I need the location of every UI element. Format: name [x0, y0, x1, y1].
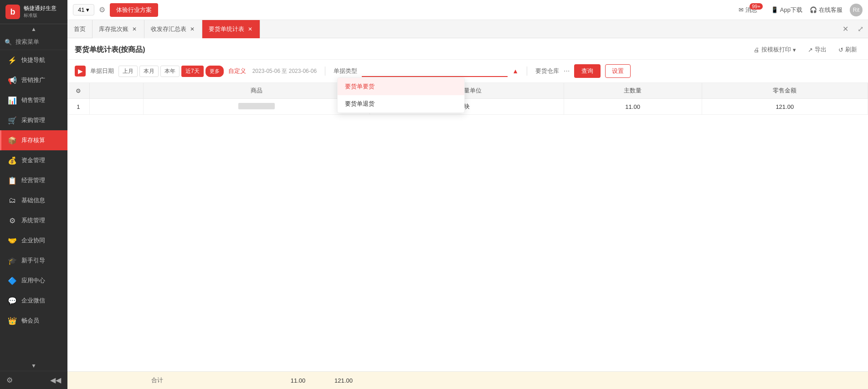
sidebar-item-label: 营销推广 [21, 76, 45, 84]
tab-order-stats[interactable]: 要货单统计表 ✕ [202, 20, 260, 38]
sidebar-search[interactable]: 🔍 搜索菜单 [0, 34, 67, 50]
system-icon: ⚙ [8, 216, 17, 225]
collapse-icon[interactable]: ◀◀ [50, 376, 61, 384]
date-btn-this-month[interactable]: 本月 [139, 66, 159, 77]
tab-shipment-summary-close[interactable]: ✕ [189, 26, 195, 32]
trial-button[interactable]: 体验行业方案 [110, 3, 158, 17]
filter-more-icon[interactable]: ··· [564, 67, 570, 75]
col-header-index [89, 83, 143, 99]
content-area: 要货单统计表(按商品) 🖨 按模板打印 ▾ ↗ 导出 ↺ 刷新 ▶ [67, 38, 868, 389]
type-filter-arrow-icon[interactable]: ▲ [512, 67, 519, 75]
col-header-goods: 商品 [143, 83, 370, 99]
avatar[interactable]: Rit [850, 4, 863, 16]
dropdown-option-order-return[interactable]: 要货单退货 [338, 95, 464, 113]
print-icon: 🖨 [754, 46, 760, 53]
online-service-btn[interactable]: 🎧 在线客服 [810, 6, 842, 14]
guide-icon: 🎓 [8, 256, 17, 265]
sidebar-item-label: 企业微信 [21, 297, 45, 305]
export-icon: ↗ [808, 46, 813, 53]
sidebar-item-inventory[interactable]: 📦 库存核算 [0, 130, 67, 150]
date-custom-btn[interactable]: 自定义 [228, 67, 246, 75]
sales-icon: 📊 [8, 96, 17, 105]
main-area: 41 ▾ ⚙ 体验行业方案 ✉ 消息 99+ 📱 App下载 🎧 在线客服 Ri… [67, 0, 868, 389]
sidebar-item-purchase[interactable]: 🛒 采购管理 [0, 110, 67, 130]
purchase-icon: 🛒 [8, 116, 17, 125]
sidebar-item-label: 系统管理 [21, 216, 45, 225]
sidebar-nav: ⚡ 快捷导航 📢 营销推广 📊 销售管理 🛒 采购管理 📦 库存核算 💰 资金管… [0, 50, 67, 361]
table-footer: 合计 11.00 121.00 [67, 371, 868, 389]
sidebar-scroll-down[interactable]: ▼ [0, 361, 67, 371]
refresh-btn[interactable]: ↺ 刷新 [835, 44, 861, 56]
sidebar-item-system[interactable]: ⚙ 系统管理 [0, 210, 67, 230]
tab-close-all-btn[interactable]: ✕ [838, 20, 853, 38]
filter-toggle-btn[interactable]: ▶ [75, 66, 86, 77]
topbar-settings-icon[interactable]: ⚙ [99, 5, 105, 14]
messages-btn[interactable]: ✉ 消息 99+ [739, 6, 757, 14]
sidebar-item-basic[interactable]: 🗂 基础信息 [0, 190, 67, 210]
topbar: 41 ▾ ⚙ 体验行业方案 ✉ 消息 99+ 📱 App下载 🎧 在线客服 Ri… [67, 0, 868, 20]
settings-button[interactable]: 设置 [605, 64, 631, 78]
sidebar-bottom: ⚙ ◀◀ [0, 371, 67, 389]
export-btn[interactable]: ↗ 导出 [804, 44, 830, 56]
sidebar: b 畅捷通好生意 标准版 ▲ 🔍 搜索菜单 ⚡ 快捷导航 📢 营销推广 📊 销售… [0, 0, 67, 389]
tab-inventory-batch-close[interactable]: ✕ [131, 26, 138, 32]
settings-icon[interactable]: ⚙ [6, 376, 13, 384]
tab-order-stats-close[interactable]: ✕ [247, 26, 253, 32]
sidebar-item-appstore[interactable]: 🔷 应用中心 [0, 271, 67, 291]
filter-bar: ▶ 单据日期 上月 本月 本年 近7天 更多 自定义 2023-05-06 至 … [67, 60, 868, 83]
warehouse-filter-label: 要货仓库 [535, 67, 559, 75]
export-label: 导出 [815, 46, 827, 54]
sidebar-item-finance[interactable]: 💰 资金管理 [0, 150, 67, 170]
type-filter-input[interactable] [362, 66, 508, 77]
date-btn-last-month[interactable]: 上月 [118, 66, 138, 77]
column-settings-icon[interactable]: ⚙ [76, 87, 81, 94]
print-arrow-icon: ▾ [793, 46, 796, 53]
inventory-icon: 📦 [8, 136, 17, 145]
sidebar-item-label: 销售管理 [21, 96, 45, 104]
sidebar-item-label: 资金管理 [21, 156, 45, 164]
search-icon: 🔍 [5, 39, 12, 46]
topbar-left: 41 ▾ ⚙ 体验行业方案 [73, 3, 158, 17]
refresh-icon: ↺ [838, 46, 843, 53]
company-dropdown[interactable]: 41 ▾ [73, 4, 94, 15]
shortcut-icon: ⚡ [8, 56, 17, 65]
tab-inventory-batch[interactable]: 库存批次账 ✕ [92, 20, 144, 38]
sidebar-item-shortcut[interactable]: ⚡ 快捷导航 [0, 50, 67, 70]
tab-shipment-summary[interactable]: 收发存汇总表 ✕ [144, 20, 202, 38]
app-logo-icon: b [5, 5, 20, 19]
sidebar-item-operation[interactable]: 📋 经营管理 [0, 170, 67, 190]
date-btn-7days[interactable]: 近7天 [181, 66, 204, 77]
sidebar-search-label: 搜索菜单 [15, 38, 39, 46]
sidebar-item-cooperation[interactable]: 🤝 企业协同 [0, 230, 67, 251]
cell-quantity: 11.00 [564, 99, 702, 115]
operation-icon: 📋 [8, 176, 17, 185]
sidebar-scroll-up[interactable]: ▲ [0, 24, 67, 34]
app-download-btn[interactable]: 📱 App下载 [771, 6, 802, 14]
sidebar-item-guide[interactable]: 🎓 新手引导 [0, 251, 67, 271]
tab-home[interactable]: 首页 [67, 20, 92, 38]
dropdown-option-order-goods[interactable]: 要货单要货 [338, 78, 464, 95]
col-header-settings[interactable]: ⚙ [67, 83, 89, 99]
sidebar-item-wechat[interactable]: 💬 企业微信 [0, 291, 67, 311]
date-range-display: 2023-05-06 至 2023-06-06 [252, 67, 317, 75]
app-download-label: App下载 [780, 6, 802, 14]
sidebar-item-vip[interactable]: 👑 畅会员 [0, 311, 67, 331]
table-row: 1 块 11.00 121.00 [67, 99, 868, 115]
basic-icon: 🗂 [8, 196, 17, 205]
sidebar-item-marketing[interactable]: 📢 营销推广 [0, 70, 67, 90]
print-label: 按模板打印 [761, 46, 791, 54]
query-button[interactable]: 查询 [574, 64, 601, 78]
data-table-area: ⚙ 商品 主计量单位 主数量 零售金额 1 [67, 83, 868, 371]
print-btn[interactable]: 🖨 按模板打印 ▾ [750, 44, 800, 56]
date-btn-more[interactable]: 更多 [205, 66, 224, 77]
tabbar-actions: ✕ ⤢ [838, 20, 868, 38]
sidebar-item-sales[interactable]: 📊 销售管理 [0, 90, 67, 110]
date-btn-this-year[interactable]: 本年 [160, 66, 180, 77]
sidebar-item-label: 基础信息 [21, 196, 45, 205]
col-header-amount: 零售金额 [702, 83, 868, 99]
message-icon: ✉ [739, 6, 744, 13]
col-header-quantity: 主数量 [564, 83, 702, 99]
tab-fullscreen-btn[interactable]: ⤢ [853, 20, 868, 38]
company-value: 41 [78, 6, 84, 13]
sidebar-item-label: 快捷导航 [21, 56, 45, 64]
